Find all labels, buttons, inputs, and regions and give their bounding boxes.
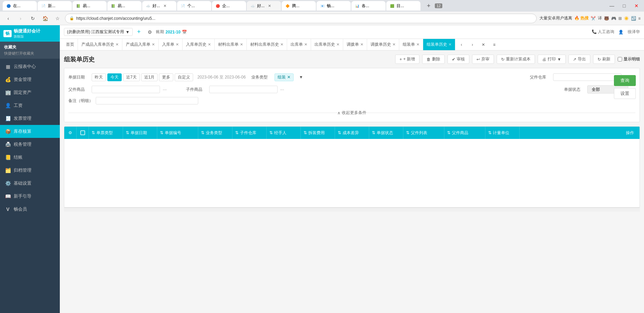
- open-favorites-button[interactable]: 快捷键打开收藏夹: [4, 51, 56, 56]
- nav-tab-transfer-close[interactable]: ✕: [360, 42, 363, 47]
- th-unit-sort[interactable]: ⇅: [488, 130, 492, 135]
- customer-service[interactable]: 📞 人工咨询: [592, 29, 614, 35]
- th-teardown-cost-sort[interactable]: ⇅: [304, 130, 307, 135]
- parent-goods-more-icon[interactable]: ···: [163, 87, 167, 92]
- collapse-button[interactable]: ∧ 收起更多条件: [337, 108, 366, 118]
- last1month-btn[interactable]: 近1月: [141, 73, 158, 81]
- nav-tab-material-out[interactable]: 材料出库单 ✕: [215, 39, 247, 51]
- th-bill-date-sort[interactable]: ⇅: [126, 130, 129, 135]
- th-checkbox[interactable]: [77, 127, 89, 139]
- sidebar-item-tax[interactable]: 🖨️ 税务管理: [0, 138, 60, 151]
- tab-2[interactable]: 📄 新...: [38, 1, 72, 11]
- sidebar-item-reports[interactable]: ▦ 云报表中心: [0, 60, 60, 73]
- nav-tab-stock-in-close[interactable]: ✕: [176, 42, 179, 47]
- nav-tab-stock-in-hist-close[interactable]: ✕: [208, 42, 211, 47]
- custom-date-btn[interactable]: 自定义: [175, 73, 193, 81]
- nav-tab-stock-out[interactable]: 出库单 ✕: [287, 39, 311, 51]
- th-bill-status-sort[interactable]: ⇅: [372, 130, 375, 135]
- print-button[interactable]: 🖨 打印 ▼: [538, 55, 566, 64]
- yesterday-btn[interactable]: 昨天: [92, 73, 106, 81]
- th-settings[interactable]: ⚙: [64, 127, 77, 139]
- reload-button[interactable]: ↻: [28, 14, 38, 23]
- tab-9[interactable]: 🔶 腾...: [282, 1, 316, 11]
- translate-icon[interactable]: 译: [598, 15, 602, 21]
- today-btn[interactable]: 今天: [107, 73, 122, 81]
- nav-tab-material-out-close[interactable]: ✕: [240, 42, 243, 47]
- sidebar-item-member[interactable]: V 畅会员: [0, 203, 60, 216]
- grid-icon[interactable]: ⊞: [618, 16, 622, 21]
- export-button[interactable]: ↗ 导出: [568, 55, 590, 64]
- emoji-icon[interactable]: 🐻: [604, 16, 609, 21]
- sidebar-item-funds[interactable]: 💰 资金管理: [0, 73, 60, 86]
- close-button[interactable]: ✕: [632, 1, 641, 11]
- refresh-button[interactable]: ↻ 刷新: [593, 55, 615, 64]
- bookmark-button[interactable]: ☆: [53, 14, 62, 23]
- tab-menu-button[interactable]: ≡: [489, 40, 499, 49]
- sidebar-item-settings[interactable]: ⚙️ 基础设置: [0, 177, 60, 190]
- address-bar[interactable]: 🔒 https://cloud.chanjet.com/accounting/u…: [65, 14, 537, 23]
- more-date-btn[interactable]: 更多: [159, 73, 173, 81]
- scroll-left-button[interactable]: ‹: [457, 40, 466, 49]
- tab-1[interactable]: 🔵 在...: [3, 1, 37, 11]
- last7days-btn[interactable]: 近7天: [123, 73, 140, 81]
- abandon-button[interactable]: ↩ 弃审: [472, 55, 494, 64]
- horizontal-scrollbar[interactable]: [64, 208, 640, 212]
- th-business-type-sort[interactable]: ⇅: [201, 130, 204, 135]
- nav-tab-product-in[interactable]: 产成品入库单 ✕: [122, 39, 159, 51]
- note-input[interactable]: [96, 97, 198, 104]
- th-bill-no-sort[interactable]: ⇅: [160, 130, 163, 135]
- nav-tab-assembly-hist-close[interactable]: ✕: [448, 42, 452, 47]
- nav-tab-transfer[interactable]: 调拨单 ✕: [343, 39, 367, 51]
- show-detail-toggle[interactable]: 显示明细: [618, 56, 640, 62]
- nav-tab-assembly-close[interactable]: ✕: [416, 42, 419, 47]
- th-child-warehouse-sort[interactable]: ⇅: [235, 130, 239, 135]
- delete-button[interactable]: 🗑 删除: [422, 55, 445, 64]
- forward-button[interactable]: ›: [16, 14, 25, 23]
- nav-tab-stock-in[interactable]: 入库单 ✕: [159, 39, 183, 51]
- nav-tab-stock-out-hist[interactable]: 出库单历史 ✕: [311, 39, 343, 51]
- tab-8[interactable]: ☁️ 好... ✕: [247, 1, 281, 11]
- nav-tab-transfer-hist-close[interactable]: ✕: [392, 42, 395, 47]
- tab-11[interactable]: 📊 各...: [351, 1, 386, 11]
- tab-4[interactable]: 📗 易...: [107, 1, 142, 11]
- tab-3[interactable]: 📗 易...: [72, 1, 107, 11]
- show-detail-checkbox[interactable]: [618, 57, 622, 61]
- back-button[interactable]: ‹: [3, 14, 13, 23]
- calendar-icon[interactable]: 📅: [182, 30, 187, 34]
- recalculate-button[interactable]: ↻ 重新计算成本: [497, 55, 535, 64]
- sidebar-item-closing[interactable]: 📒 结账: [0, 151, 60, 164]
- business-type-dropdown[interactable]: ▼: [296, 72, 306, 82]
- undo-icon[interactable]: ↩️: [631, 16, 636, 21]
- tab-5-close-icon[interactable]: ✕: [163, 4, 166, 8]
- th-parent-list-sort[interactable]: ⇅: [406, 130, 410, 135]
- audit-button[interactable]: ✔ 审核: [447, 55, 469, 64]
- nav-tab-product-in-close[interactable]: ✕: [152, 42, 155, 47]
- parent-goods-input[interactable]: [92, 86, 160, 93]
- maximize-button[interactable]: □: [619, 1, 629, 11]
- nav-tab-stock-out-close[interactable]: ✕: [304, 42, 307, 47]
- close-all-tabs-button[interactable]: ✕: [479, 40, 488, 49]
- tab-12[interactable]: 🟩 目...: [386, 1, 420, 11]
- th-cost-diff-sort[interactable]: ⇅: [338, 130, 341, 135]
- minimize-button[interactable]: —: [607, 1, 617, 11]
- business-type-tag-remove[interactable]: ✕: [287, 75, 291, 80]
- nav-tab-material-out-hist[interactable]: 材料出库单历史 ✕: [247, 39, 287, 51]
- nav-tab-product-in-hist-close[interactable]: ✕: [116, 42, 119, 47]
- nav-tab-stock-out-hist-close[interactable]: ✕: [336, 42, 339, 47]
- new-button[interactable]: + + 新增: [395, 55, 419, 64]
- tab-7[interactable]: 🔴 企...: [212, 1, 246, 11]
- company-selector[interactable]: (勿删勿禁用) 江西服宝测试专用 ▼: [64, 28, 133, 36]
- add-company-button[interactable]: +: [134, 27, 144, 37]
- th-bill-type-sort[interactable]: ⇅: [92, 130, 95, 135]
- nav-tab-home[interactable]: 首页: [63, 39, 78, 51]
- home-button[interactable]: 🏠: [40, 14, 50, 23]
- nav-tab-assembly[interactable]: 组装单 ✕: [399, 39, 423, 51]
- child-goods-more-icon[interactable]: ···: [280, 87, 284, 92]
- sun-icon[interactable]: ☀️: [624, 16, 629, 21]
- sidebar-item-guide[interactable]: 📖 新手引导: [0, 190, 60, 203]
- th-handler-sort[interactable]: ⇅: [269, 130, 273, 135]
- sidebar-item-archive[interactable]: 🗂️ 归档管理: [0, 164, 60, 177]
- cut-icon[interactable]: ✂️: [591, 16, 596, 21]
- nav-tab-stock-in-hist[interactable]: 入库单历史 ✕: [183, 39, 215, 51]
- sidebar-item-payroll[interactable]: 👤 工资: [0, 99, 60, 112]
